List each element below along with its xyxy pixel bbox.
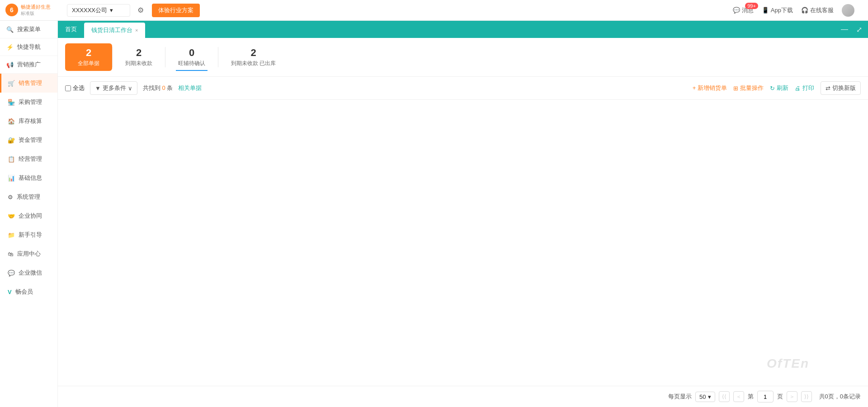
sidebar-item-inventory[interactable]: 🏠 库存核算 bbox=[0, 112, 57, 131]
found-count: 0 bbox=[162, 84, 165, 91]
enterprise-label: 企业协同 bbox=[19, 212, 42, 220]
switch-version-button[interactable]: ⇄ 切换新版 bbox=[821, 81, 861, 95]
app-name: 畅捷通好生意 bbox=[21, 4, 51, 10]
wechat-label: 企业微信 bbox=[19, 269, 42, 277]
summary-count-overdue-out: 2 bbox=[251, 47, 256, 59]
sidebar: 🔍 搜索菜单 ⚡ 快捷导航 📢 营销推广 🛒 销售管理 🏪 采购管理 🏠 库存核… bbox=[0, 21, 58, 407]
toolbar: 全选 ▼ 更多条件 ∨ 共找到 0 条 相关单据 + 新增销货单 ⊞ 批 bbox=[58, 77, 868, 100]
member-label: 畅会员 bbox=[15, 288, 33, 296]
sidebar-item-purchase[interactable]: 🏪 采购管理 bbox=[0, 93, 57, 112]
tab-underline-overdue bbox=[123, 70, 155, 71]
refresh-icon: ↻ bbox=[770, 85, 775, 92]
download-icon: 📱 bbox=[762, 7, 769, 14]
first-page-button[interactable]: ⟨⟨ bbox=[719, 391, 730, 402]
page-input[interactable] bbox=[757, 391, 774, 402]
tabs-bar-controls: — ⤢ bbox=[839, 24, 868, 35]
summary-tab-overdue[interactable]: 2 到期未收款 bbox=[113, 43, 165, 71]
header-right: 💬 消息 99+ 📱 App下载 🎧 在线客服 bbox=[733, 4, 863, 17]
appstore-icon: 🛍 bbox=[8, 251, 14, 257]
marketing[interactable]: 📢 营销推广 bbox=[0, 56, 57, 74]
sidebar-item-appstore[interactable]: 🛍 应用中心 bbox=[0, 244, 57, 263]
sidebar-item-guide[interactable]: 📁 新手引导 bbox=[0, 225, 57, 244]
next-page-button[interactable]: ＞ bbox=[787, 391, 797, 402]
logo-area: 6 畅捷通好生意 标准版 bbox=[5, 4, 63, 16]
base-label: 基础信息 bbox=[19, 174, 42, 182]
page-total: 共0页，0条记录 bbox=[819, 393, 861, 401]
content-area: 2 全部单据 2 到期未收款 0 旺辅待确认 2 到期未收款 已出库 bbox=[58, 38, 868, 407]
select-all-label: 全选 bbox=[73, 84, 85, 92]
sidebar-item-sales[interactable]: 🛒 销售管理 bbox=[0, 74, 57, 93]
per-page-label: 每页显示 bbox=[668, 393, 692, 401]
finance-icon: 🔐 bbox=[8, 137, 15, 144]
avatar-image bbox=[842, 4, 854, 17]
company-selector[interactable]: XXXXXX公司 ▾ bbox=[67, 4, 130, 17]
sidebar-item-wechat[interactable]: 💬 企业微信 bbox=[0, 263, 57, 282]
per-page-select[interactable]: 50 ▾ bbox=[695, 392, 715, 402]
sidebar-item-enterprise[interactable]: 🤝 企业协同 bbox=[0, 206, 57, 225]
main-content: 2 全部单据 2 到期未收款 0 旺辅待确认 2 到期未收款 已出库 bbox=[58, 38, 868, 407]
summary-tab-overdue-out[interactable]: 2 到期未收款 已出库 bbox=[218, 43, 288, 71]
enterprise-icon: 🤝 bbox=[8, 213, 15, 220]
batch-label: 批量操作 bbox=[740, 84, 764, 92]
select-all-checkbox[interactable]: 全选 bbox=[65, 84, 85, 92]
add-order-button[interactable]: + 新增销货单 bbox=[693, 84, 727, 92]
sidebar-item-operation[interactable]: 📋 经营管理 bbox=[0, 150, 57, 168]
avatar[interactable] bbox=[842, 4, 854, 17]
print-button[interactable]: 🖨 打印 bbox=[795, 84, 814, 92]
filter-button[interactable]: ▼ 更多条件 ∨ bbox=[90, 81, 137, 95]
search-menu[interactable]: 🔍 搜索菜单 bbox=[0, 21, 57, 38]
per-page-value: 50 bbox=[699, 393, 706, 400]
marketing-label: 营销推广 bbox=[17, 61, 41, 69]
chevron-down-icon: ▾ bbox=[110, 7, 113, 14]
logo-icon: 6 bbox=[5, 4, 18, 16]
sidebar-item-system[interactable]: ⚙ 系统管理 bbox=[0, 187, 57, 206]
page-text-before: 第 bbox=[748, 393, 754, 401]
found-unit: 条 bbox=[167, 84, 173, 91]
home-tab[interactable]: 首页 bbox=[58, 21, 84, 38]
batch-operation-button[interactable]: ⊞ 批量操作 bbox=[733, 84, 764, 92]
sales-icon: 🛒 bbox=[8, 80, 15, 87]
tab-underline-pending bbox=[176, 70, 208, 71]
purchase-label: 采购管理 bbox=[19, 98, 42, 106]
quick-nav-label: 快捷导航 bbox=[17, 43, 41, 51]
guide-label: 新手引导 bbox=[19, 231, 42, 239]
page-text-after: 页 bbox=[777, 393, 783, 401]
expand-button[interactable]: ⤢ bbox=[854, 24, 864, 35]
message-badge: 99+ bbox=[745, 3, 758, 9]
sidebar-item-base[interactable]: 📊 基础信息 bbox=[0, 168, 57, 187]
message-button[interactable]: 💬 消息 99+ bbox=[733, 6, 754, 14]
refresh-label: 刷新 bbox=[777, 84, 788, 92]
filter-chevron-icon: ∨ bbox=[128, 85, 132, 92]
online-service-button[interactable]: 🎧 在线客服 bbox=[801, 6, 834, 14]
summary-label-overdue: 到期未收款 bbox=[125, 60, 152, 67]
switch-label: 切换新版 bbox=[832, 84, 856, 92]
summary-tab-all[interactable]: 2 全部单据 bbox=[65, 43, 112, 71]
minimize-button[interactable]: — bbox=[839, 24, 850, 35]
tabs-bar: 首页 钱货日清工作台 × — ⤢ bbox=[58, 21, 868, 38]
system-icon: ⚙ bbox=[8, 194, 13, 201]
tab-close-icon[interactable]: × bbox=[135, 28, 138, 33]
related-orders-link[interactable]: 相关单据 bbox=[178, 84, 202, 92]
app-download-button[interactable]: 📱 App下载 bbox=[762, 6, 793, 14]
toolbar-right: + 新增销货单 ⊞ 批量操作 ↻ 刷新 🖨 打印 ⇄ 切换新版 bbox=[693, 81, 861, 95]
purchase-icon: 🏪 bbox=[8, 99, 15, 106]
settings-button[interactable]: ⚙ bbox=[134, 4, 147, 17]
summary-label-all: 全部单据 bbox=[78, 60, 99, 67]
refresh-button[interactable]: ↻ 刷新 bbox=[770, 84, 788, 92]
summary-tab-pending[interactable]: 0 旺辅待确认 bbox=[165, 43, 218, 71]
select-all-input[interactable] bbox=[65, 85, 71, 91]
sidebar-item-member[interactable]: V 畅会员 bbox=[0, 282, 57, 301]
table-area bbox=[58, 100, 868, 386]
active-tab[interactable]: 钱货日清工作台 × bbox=[84, 23, 145, 38]
trial-button[interactable]: 体验行业方案 bbox=[152, 4, 200, 17]
marketing-icon: 📢 bbox=[6, 61, 14, 68]
operation-icon: 📋 bbox=[8, 156, 15, 163]
filter-label: 更多条件 bbox=[103, 84, 126, 92]
last-page-button[interactable]: ⟩⟩ bbox=[801, 391, 812, 402]
summary-count-all: 2 bbox=[86, 47, 91, 59]
prev-page-button[interactable]: ＜ bbox=[733, 391, 744, 402]
quick-nav[interactable]: ⚡ 快捷导航 bbox=[0, 38, 57, 56]
sidebar-item-finance[interactable]: 🔐 资金管理 bbox=[0, 131, 57, 150]
inventory-icon: 🏠 bbox=[8, 118, 15, 125]
appstore-label: 应用中心 bbox=[17, 250, 41, 258]
